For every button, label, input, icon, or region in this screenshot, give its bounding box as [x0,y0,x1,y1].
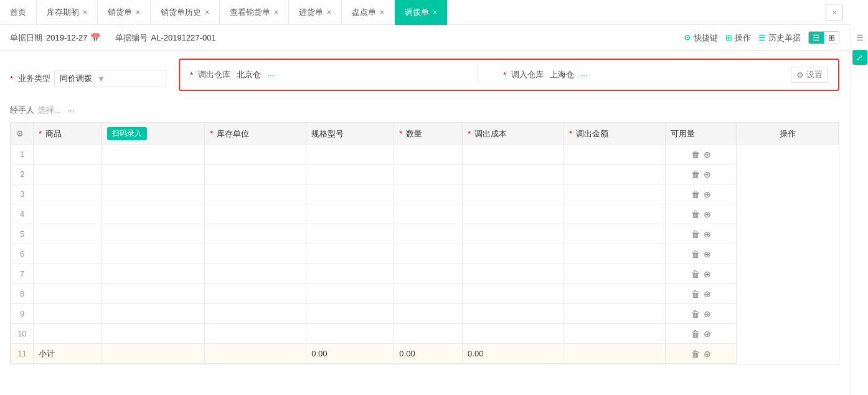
unit-cell-3 [101,184,205,204]
product-cell-3[interactable] [34,184,102,204]
handler-label: 经手人 [10,105,34,116]
th-scan[interactable]: 扫码录入 [101,123,205,145]
subtotal-amount: 0.00 [463,344,564,364]
calendar-icon[interactable]: 📅 [90,33,100,42]
copy-icon-11[interactable]: ⊕ [704,349,711,359]
product-cell-7[interactable] [34,264,102,284]
th-unit: * 库存单位 [205,123,306,145]
quantity-cell-10[interactable] [306,324,394,344]
cost-cell-10[interactable] [394,324,463,344]
tab-transfer-order-close[interactable]: × [433,8,437,17]
delete-icon-2[interactable]: 🗑 [691,169,700,179]
delete-icon-6[interactable]: 🗑 [691,249,700,259]
tab-view-sales-close[interactable]: × [274,8,278,17]
quantity-cell-7[interactable] [306,264,394,284]
product-cell-2[interactable] [34,164,102,184]
row-num-11: 11 [11,344,34,364]
product-cell-10[interactable] [34,324,102,344]
handler-ellipsis[interactable]: ··· [67,105,75,115]
delete-icon-3[interactable]: 🗑 [691,189,700,199]
tab-sales-order-close[interactable]: × [136,8,140,17]
product-cell-9[interactable] [34,304,102,324]
tab-home[interactable]: 首页 [0,0,37,25]
tab-transfer-order-label: 调拨单 [405,7,429,18]
quantity-cell-5[interactable] [306,224,394,244]
product-cell-6[interactable] [34,244,102,264]
copy-icon-9[interactable]: ⊕ [704,309,711,319]
operations-action[interactable]: ⊞ 操作 [725,32,751,44]
cost-cell-2[interactable] [394,164,463,184]
delete-icon-4[interactable]: 🗑 [691,209,700,219]
cost-cell-5[interactable] [394,224,463,244]
tab-purchase-order[interactable]: 进货单 × [289,0,342,25]
product-cell-8[interactable] [34,284,102,304]
copy-icon-6[interactable]: ⊕ [704,249,711,259]
list-view-button[interactable]: ☰ [809,32,824,44]
cost-cell-1[interactable] [394,145,463,164]
product-cell-5[interactable] [34,224,102,244]
product-cell-4[interactable] [34,204,102,224]
tab-inventory-check[interactable]: 盘点单 × [342,0,395,25]
copy-icon-2[interactable]: ⊕ [704,169,711,179]
date-value[interactable]: 2019-12-27 [46,33,88,42]
actions-cell-8: 🗑 ⊕ [665,284,736,304]
quantity-cell-4[interactable] [306,204,394,224]
cost-cell-3[interactable] [394,184,463,204]
quantity-cell-3[interactable] [306,184,394,204]
delete-icon-7[interactable]: 🗑 [691,269,700,279]
tab-transfer-order[interactable]: 调拨单 × [395,0,448,25]
copy-icon-3[interactable]: ⊕ [704,189,711,199]
tab-purchase-order-close[interactable]: × [327,8,331,17]
tab-sales-order[interactable]: 销货单 × [98,0,151,25]
quantity-cell-9[interactable] [306,304,394,324]
tab-inventory-init[interactable]: 库存期初 × [37,0,98,25]
tab-sales-history[interactable]: 销货单历史 × [151,0,220,25]
delete-icon-11[interactable]: 🗑 [691,349,700,359]
quantity-cell-2[interactable] [306,164,394,184]
table-row: 4 🗑 ⊕ [11,204,839,224]
history-action[interactable]: ☰ 历史单据 [758,32,801,44]
delete-icon-8[interactable]: 🗑 [691,289,700,299]
table-settings-icon[interactable]: ⚙ [16,129,24,138]
copy-icon-4[interactable]: ⊕ [704,209,711,219]
cost-cell-4[interactable] [394,204,463,224]
copy-icon-8[interactable]: ⊕ [704,289,711,299]
warehouse-in-ellipsis[interactable]: ··· [580,70,588,80]
scan-button[interactable]: 扫码录入 [107,127,147,140]
settings-button[interactable]: ⚙ 设置 [791,67,828,83]
table-row: 3 🗑 ⊕ [11,184,839,204]
grid-view-button[interactable]: ⊞ [824,32,839,44]
delete-icon-9[interactable]: 🗑 [691,309,700,319]
window-close-button[interactable]: × [826,4,843,21]
copy-icon-7[interactable]: ⊕ [704,269,711,279]
delete-icon-5[interactable]: 🗑 [691,229,700,239]
cost-cell-6[interactable] [394,244,463,264]
product-cell-1[interactable] [34,145,102,164]
delete-icon-1[interactable]: 🗑 [691,150,700,159]
shortcut-label: 快捷键 [694,32,718,44]
th-actions: 操作 [737,123,839,145]
cost-cell-8[interactable] [394,284,463,304]
business-type-input[interactable]: 同价调拨 ▼ [54,70,166,87]
tab-inventory-check-close[interactable]: × [380,8,384,17]
tab-inventory-init-close[interactable]: × [83,8,87,17]
quantity-cell-1[interactable] [306,145,394,164]
quantity-cell-6[interactable] [306,244,394,264]
quantity-cell-8[interactable] [306,284,394,304]
shortcut-action[interactable]: ⚙ 快捷键 [684,32,718,44]
business-type-field: * 业务类型 同价调拨 ▼ [10,70,166,87]
cost-cell-7[interactable] [394,264,463,284]
copy-icon-10[interactable]: ⊕ [704,329,711,339]
handler-input[interactable]: 选择... [38,105,61,116]
th-settings[interactable]: ⚙ [11,123,34,145]
sidebar-list-icon[interactable]: ☰ [852,30,867,45]
copy-icon-5[interactable]: ⊕ [704,229,711,239]
tab-view-sales[interactable]: 查看销货单 × [220,0,289,25]
unit-cell-7 [101,264,205,284]
copy-icon-1[interactable]: ⊕ [704,150,711,159]
warehouse-out-ellipsis[interactable]: ··· [267,70,275,80]
cost-cell-9[interactable] [394,304,463,324]
delete-icon-10[interactable]: 🗑 [691,329,700,339]
sidebar-expand-icon[interactable]: ⤢ [852,50,867,65]
tab-sales-history-close[interactable]: × [205,8,209,17]
